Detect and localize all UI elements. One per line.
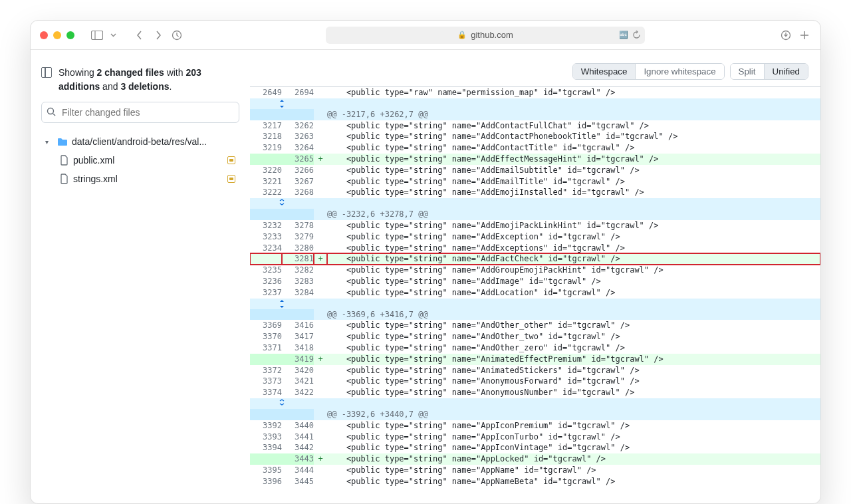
diff-row[interactable]: 32373284 <public type="string" name="Add…	[250, 287, 820, 299]
new-line-number[interactable]: 3265	[282, 154, 314, 165]
diff-row[interactable]: 32343280 <public type="string" name="Add…	[250, 243, 820, 254]
diff-row[interactable]: 3265+ <public type="string" name="AddEff…	[250, 154, 820, 165]
old-line-number[interactable]: 3220	[250, 165, 282, 176]
old-line-number[interactable]: 3217	[250, 120, 282, 132]
new-line-number[interactable]: 3283	[282, 276, 314, 287]
new-line-number[interactable]: 3422	[282, 387, 314, 398]
diff-row[interactable]: 33723420 <public type="string" name="Ani…	[250, 365, 820, 376]
old-line-number[interactable]: 3396	[250, 476, 282, 487]
old-line-number[interactable]: 3222	[250, 187, 282, 198]
diff-row[interactable]: 32363283 <public type="string" name="Add…	[250, 276, 820, 287]
old-line-number[interactable]: 3371	[250, 342, 282, 354]
new-line-number[interactable]: 3267	[282, 176, 314, 188]
old-line-number[interactable]: 3232	[250, 220, 282, 231]
old-line-number[interactable]: 3372	[250, 365, 282, 376]
translate-icon[interactable]: 🔤	[619, 31, 628, 39]
new-line-number[interactable]: 3441	[282, 432, 314, 443]
old-line-number[interactable]: 3237	[250, 287, 282, 299]
new-line-number[interactable]: 3417	[282, 331, 314, 342]
diff-row[interactable]: 33743422 <public type="string" name="Ano…	[250, 387, 820, 398]
url-bar[interactable]: 🔒 github.com 🔤	[326, 27, 645, 44]
diff-row[interactable]: 32173262 <public type="string" name="Add…	[250, 120, 820, 132]
new-line-number[interactable]: 3268	[282, 187, 314, 198]
old-line-number[interactable]: 3233	[250, 231, 282, 243]
diff-row[interactable]: @@ -3217,6 +3262,7 @@	[250, 109, 820, 120]
old-line-number[interactable]: 3219	[250, 142, 282, 154]
new-line-number[interactable]: 3281	[282, 253, 314, 265]
old-line-number[interactable]	[250, 453, 282, 465]
tree-folder[interactable]: ▾ data/client/android-beta/res/val...	[41, 132, 239, 151]
diff-row[interactable]: 32333279 <public type="string" name="Add…	[250, 231, 820, 243]
reload-icon[interactable]	[632, 31, 641, 39]
unified-view-button[interactable]: Unified	[764, 64, 808, 79]
minimize-window-button[interactable]	[53, 31, 61, 39]
diff-row[interactable]	[250, 98, 820, 109]
new-line-number[interactable]: 3442	[282, 442, 314, 453]
old-line-number[interactable]: 3392	[250, 420, 282, 432]
new-line-number[interactable]: 3266	[282, 165, 314, 176]
old-line-number[interactable]: 3218	[250, 131, 282, 142]
diff-row[interactable]: 32323278 <public type="string" name="Add…	[250, 220, 820, 231]
diff-row[interactable]: @@ -3232,6 +3278,7 @@	[250, 209, 820, 220]
forward-button[interactable]	[152, 29, 165, 42]
diff-row[interactable]: 32183263 <public type="string" name="Add…	[250, 131, 820, 142]
expand-icon[interactable]	[250, 398, 314, 409]
old-line-number[interactable]: 3234	[250, 243, 282, 254]
collapse-sidebar-icon[interactable]	[41, 67, 52, 78]
new-tab-icon[interactable]	[798, 29, 811, 42]
new-line-number[interactable]: 3440	[282, 420, 314, 432]
new-line-number[interactable]: 3278	[282, 220, 314, 231]
old-line-number[interactable]: 3370	[250, 331, 282, 342]
diff-row[interactable]: 32353282 <public type="string" name="Add…	[250, 265, 820, 276]
whitespace-button[interactable]: Whitespace	[573, 64, 636, 79]
expand-icon[interactable]	[250, 98, 314, 109]
new-line-number[interactable]: 3418	[282, 342, 314, 354]
diff-row[interactable]	[250, 198, 820, 209]
split-view-button[interactable]: Split	[731, 64, 764, 79]
sidebar-toggle-icon[interactable]	[90, 29, 104, 42]
new-line-number[interactable]: 3262	[282, 120, 314, 132]
old-line-number[interactable]	[250, 354, 282, 365]
new-line-number[interactable]: 3421	[282, 376, 314, 387]
old-line-number[interactable]: 3235	[250, 265, 282, 276]
old-line-number[interactable]	[250, 253, 282, 265]
new-line-number[interactable]: 3279	[282, 231, 314, 243]
diff-row[interactable]: 33963445 <public type="string" name="App…	[250, 476, 820, 487]
new-line-number[interactable]: 3444	[282, 465, 314, 476]
new-line-number[interactable]: 3282	[282, 265, 314, 276]
new-line-number[interactable]: 3445	[282, 476, 314, 487]
diff-row[interactable]: @@ -3392,6 +3440,7 @@	[250, 409, 820, 420]
expand-icon[interactable]	[250, 299, 314, 309]
diff-row[interactable]: 26492694 <public type="raw" name="permis…	[250, 87, 820, 98]
diff-row[interactable]: 32213267 <public type="string" name="Add…	[250, 176, 820, 188]
download-icon[interactable]	[779, 29, 792, 42]
diff-row[interactable]: 33933441 <public type="string" name="App…	[250, 432, 820, 443]
diff-row[interactable]: 33703417 <public type="string" name="And…	[250, 331, 820, 342]
new-line-number[interactable]: 3419	[282, 354, 314, 365]
close-window-button[interactable]	[40, 31, 48, 39]
diff-row[interactable]: 33923440 <public type="string" name="App…	[250, 420, 820, 432]
chevron-down-icon[interactable]	[109, 29, 117, 42]
old-line-number[interactable]: 3395	[250, 465, 282, 476]
diff-row[interactable]: 32203266 <public type="string" name="Add…	[250, 165, 820, 176]
new-line-number[interactable]: 3280	[282, 243, 314, 254]
new-line-number[interactable]: 3416	[282, 320, 314, 331]
old-line-number[interactable]: 3369	[250, 320, 282, 331]
diff-row[interactable]: 33693416 <public type="string" name="And…	[250, 320, 820, 331]
old-line-number[interactable]: 3373	[250, 376, 282, 387]
tree-file[interactable]: public.xml	[41, 151, 239, 170]
diff-row[interactable]	[250, 299, 820, 309]
expand-icon[interactable]	[250, 198, 314, 209]
diff-view[interactable]: 26492694 <public type="raw" name="permis…	[250, 86, 820, 503]
new-line-number[interactable]: 3284	[282, 287, 314, 299]
diff-row[interactable]: 32193264 <public type="string" name="Add…	[250, 142, 820, 154]
new-line-number[interactable]: 3443	[282, 453, 314, 465]
old-line-number[interactable]: 3374	[250, 387, 282, 398]
filter-files-input[interactable]	[41, 102, 239, 123]
new-line-number[interactable]: 3263	[282, 131, 314, 142]
diff-row[interactable]: 3443+ <public type="string" name="AppLoc…	[250, 453, 820, 465]
new-line-number[interactable]: 3264	[282, 142, 314, 154]
tree-file[interactable]: strings.xml	[41, 170, 239, 188]
diff-row[interactable]: 3281+ <public type="string" name="AddFac…	[250, 253, 820, 265]
old-line-number[interactable]: 3393	[250, 432, 282, 443]
